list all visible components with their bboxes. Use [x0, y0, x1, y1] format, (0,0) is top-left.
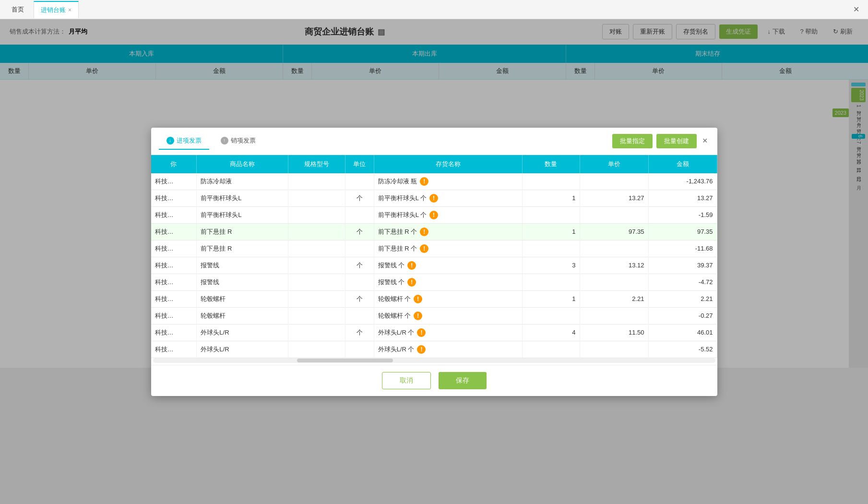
cell-company: 科技… [151, 240, 197, 257]
cell-spec [288, 206, 345, 223]
cell-unit [345, 206, 374, 223]
cell-product: 前平衡杆球头L [197, 206, 288, 223]
modal-dialog: ↓ 进项发票 ↑ 销项发票 批量指定 批量创建 × 你 [151, 128, 717, 396]
cancel-button[interactable]: 取消 [382, 372, 431, 389]
table-row: 科技… 前下悬挂 R 前下悬挂 R 个 ! -11.68 [151, 240, 717, 257]
cell-amount: -5.52 [648, 341, 717, 358]
col-spec-header: 规格型号 [288, 155, 345, 173]
incoming-tab-label: 进项发票 [177, 136, 202, 145]
tab-outgoing-invoice[interactable]: ↑ 销项发票 [213, 132, 263, 150]
modal-header-buttons: 批量指定 批量创建 [612, 134, 697, 148]
cell-unit [345, 274, 374, 290]
cell-spec [288, 190, 345, 206]
cell-product: 报警线 [197, 274, 288, 290]
cell-unitprice [580, 307, 648, 324]
tab-active-label: 进销台账 [41, 6, 66, 14]
cell-quantity: 4 [523, 324, 580, 341]
tab-active[interactable]: 进销台账 × [34, 1, 79, 18]
modal-table-wrap[interactable]: 你 商品名称 规格型号 单位 存货名称 数量 单价 金额 科技… 防冻冷却液 [151, 155, 717, 358]
cell-spec [288, 223, 345, 240]
cell-amount: -4.72 [648, 274, 717, 290]
batch-assign-button[interactable]: 批量指定 [612, 134, 653, 148]
table-row: 科技… 前下悬挂 R 个 前下悬挂 R 个 ! 1 97.35 97.35 [151, 223, 717, 240]
tab-close-icon[interactable]: × [68, 7, 71, 13]
cell-amount: -1.59 [648, 206, 717, 223]
cell-inventory: 报警线 个 ! [374, 274, 523, 290]
cell-company: 科技… [151, 290, 197, 307]
cell-quantity [523, 341, 580, 358]
cell-unitprice [580, 206, 648, 223]
cell-product: 报警线 [197, 257, 288, 274]
cell-amount: 97.35 [648, 223, 717, 240]
cell-spec [288, 324, 345, 341]
cell-unitprice: 13.27 [580, 190, 648, 206]
modal-header: ↓ 进项发票 ↑ 销项发票 批量指定 批量创建 × [151, 128, 717, 155]
table-row: 科技… 报警线 报警线 个 ! -4.72 [151, 274, 717, 290]
col-unitprice-header: 单价 [580, 155, 648, 173]
modal-scrollbar[interactable] [153, 358, 715, 363]
cell-unitprice [580, 173, 648, 190]
cell-spec [288, 257, 345, 274]
col-unit-header: 单位 [345, 155, 374, 173]
cell-spec [288, 173, 345, 190]
tab-incoming-invoice[interactable]: ↓ 进项发票 [159, 132, 209, 150]
cell-unitprice: 97.35 [580, 223, 648, 240]
cell-quantity: 1 [523, 190, 580, 206]
cell-company: 科技… [151, 190, 197, 206]
cell-unitprice [580, 240, 648, 257]
warn-icon: ! [414, 312, 422, 320]
modal-table: 你 商品名称 规格型号 单位 存货名称 数量 单价 金额 科技… 防冻冷却液 [151, 155, 717, 358]
batch-create-button[interactable]: 批量创建 [656, 134, 697, 148]
col-product-header: 商品名称 [197, 155, 288, 173]
cell-amount: 46.01 [648, 324, 717, 341]
warn-icon: ! [420, 177, 428, 186]
cell-unitprice: 2.21 [580, 290, 648, 307]
cell-amount: 2.21 [648, 290, 717, 307]
cell-amount: 13.27 [648, 190, 717, 206]
warn-icon: ! [429, 194, 438, 203]
col-company-header: 你 [151, 155, 197, 173]
warn-icon: ! [420, 228, 428, 236]
cell-product: 前平衡杆球头L [197, 190, 288, 206]
modal-overlay: ↓ 进项发票 ↑ 销项发票 批量指定 批量创建 × 你 [0, 19, 868, 504]
cell-quantity: 1 [523, 290, 580, 307]
cell-spec [288, 274, 345, 290]
warn-icon: ! [417, 345, 426, 354]
modal-footer: 取消 保存 [151, 365, 717, 396]
save-button[interactable]: 保存 [439, 372, 487, 389]
window-close-button[interactable]: ✕ [849, 2, 863, 17]
cell-quantity [523, 173, 580, 190]
warn-icon: ! [429, 211, 438, 219]
table-row: 科技… 轮毂螺杆 个 轮毂螺杆 个 ! 1 2.21 2.21 [151, 290, 717, 307]
table-row: 科技… 外球头L/R 个 外球头L/R 个 ! 4 11.50 46.01 [151, 324, 717, 341]
cell-product: 外球头L/R [197, 324, 288, 341]
main-content: 销售成本计算方法： 月平均 商贸企业进销台账 ▤ 对账 重新开账 存货别名 生成… [0, 19, 868, 504]
cell-spec [288, 240, 345, 257]
warn-icon: ! [420, 244, 428, 253]
cell-unitprice: 13.12 [580, 257, 648, 274]
cell-amount: -11.68 [648, 240, 717, 257]
cell-inventory: 前平衡杆球头L 个 ! [374, 207, 523, 223]
cell-unit [345, 307, 374, 324]
cell-company: 科技… [151, 173, 197, 190]
col-inventory-header: 存货名称 [374, 155, 523, 173]
cell-unit [345, 341, 374, 358]
cell-product: 防冻冷却液 [197, 173, 288, 190]
warn-icon: ! [407, 261, 416, 270]
cell-company: 科技… [151, 257, 197, 274]
top-bar: 首页 进销台账 × ✕ [0, 0, 868, 19]
cell-inventory: 外球头L/R 个 ! [374, 341, 523, 358]
cell-product: 轮毂螺杆 [197, 307, 288, 324]
cell-inventory: 前下悬挂 R 个 ! [374, 240, 523, 257]
cell-inventory: 前下悬挂 R 个 ! [374, 224, 523, 240]
modal-close-button[interactable]: × [701, 134, 710, 148]
cell-inventory: 轮毂螺杆 个 ! [374, 291, 523, 307]
cell-unit: 个 [345, 324, 374, 341]
cell-product: 外球头L/R [197, 341, 288, 358]
col-amount-header: 金额 [648, 155, 717, 173]
cell-company: 科技… [151, 223, 197, 240]
tab-home[interactable]: 首页 [5, 1, 31, 18]
cell-unitprice [580, 341, 648, 358]
cell-spec [288, 290, 345, 307]
cell-quantity: 1 [523, 223, 580, 240]
